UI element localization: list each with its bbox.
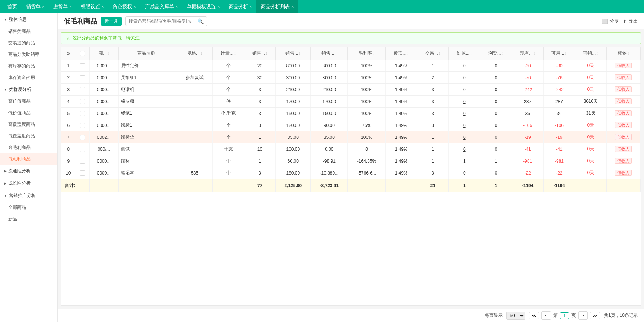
view1-link[interactable]: 1 bbox=[463, 159, 466, 164]
close-icon[interactable]: × bbox=[69, 4, 71, 9]
share-button[interactable]: ⬜ 分享 bbox=[602, 18, 619, 25]
col-spec[interactable]: 规格...↕ bbox=[177, 47, 212, 60]
sidebar-item-all-goods[interactable]: 全部商品 bbox=[0, 202, 57, 213]
next-page-button[interactable]: ＞ bbox=[578, 311, 588, 320]
cell-checkbox[interactable] bbox=[76, 131, 89, 143]
col-view1[interactable]: 浏览...↕ bbox=[449, 47, 480, 60]
cell-view1[interactable]: 0 bbox=[449, 72, 480, 84]
cell-view1[interactable]: 0 bbox=[449, 84, 480, 96]
per-page-select[interactable]: 50 100 200 bbox=[506, 312, 525, 320]
col-sales-amt[interactable]: 销售...↕ bbox=[276, 47, 311, 60]
col-sales-qty[interactable]: 销售...↕ bbox=[244, 47, 276, 60]
view1-link[interactable]: 0 bbox=[463, 87, 466, 92]
cell-view1[interactable]: 0 bbox=[449, 131, 480, 143]
settings-icon[interactable]: ⚙ bbox=[66, 51, 70, 56]
last-page-button[interactable]: ≫ bbox=[590, 312, 600, 319]
row-checkbox[interactable] bbox=[80, 75, 85, 80]
sidebar-item-stock-capital[interactable]: 库存资金占用 bbox=[0, 72, 57, 83]
cell-view1[interactable]: 0 bbox=[449, 119, 480, 131]
row-checkbox[interactable] bbox=[80, 87, 85, 92]
select-all-checkbox[interactable] bbox=[80, 51, 85, 56]
col-sales-profit[interactable]: 销售...↕ bbox=[311, 47, 348, 60]
cell-name[interactable]: 铅笔1 bbox=[118, 108, 177, 119]
cell-name[interactable]: 鼠标1 bbox=[118, 119, 177, 131]
cell-name[interactable]: 吴细细1 bbox=[118, 72, 177, 84]
view1-link[interactable]: 0 bbox=[463, 75, 466, 80]
prev-page-button[interactable]: ＜ bbox=[541, 311, 551, 320]
search-input[interactable] bbox=[129, 19, 196, 24]
cell-name[interactable]: 鼠标 bbox=[118, 155, 177, 167]
row-checkbox[interactable] bbox=[80, 123, 85, 128]
row-checkbox[interactable] bbox=[80, 135, 85, 140]
cell-checkbox[interactable] bbox=[76, 72, 89, 84]
cell-checkbox[interactable] bbox=[76, 167, 89, 179]
date-filter-button[interactable]: 近一月 bbox=[101, 17, 122, 26]
view1-link[interactable]: 0 bbox=[463, 135, 466, 140]
sidebar-item-low-coverage[interactable]: 低覆盖度商品 bbox=[0, 130, 57, 142]
sidebar-item-new-goods[interactable]: 新品 bbox=[0, 213, 57, 225]
col-trade[interactable]: 交易...↕ bbox=[417, 47, 449, 60]
cell-view1[interactable]: 0 bbox=[449, 143, 480, 155]
cell-checkbox[interactable] bbox=[76, 119, 89, 131]
cell-name[interactable]: 笔记本 bbox=[118, 167, 177, 179]
cell-checkbox[interactable] bbox=[76, 96, 89, 108]
first-page-button[interactable]: ≪ bbox=[529, 312, 539, 319]
nav-finished-goods[interactable]: 产成品入库单 × bbox=[141, 0, 182, 13]
sidebar-item-category-rate[interactable]: 商品分类助销率 bbox=[0, 49, 57, 60]
cell-view1[interactable]: 0 bbox=[449, 96, 480, 108]
row-checkbox[interactable] bbox=[80, 111, 85, 116]
sidebar-group-circulation[interactable]: ▶ 流通性分析 bbox=[0, 165, 57, 177]
cell-checkbox[interactable] bbox=[76, 108, 89, 119]
sidebar-group-marketing[interactable]: ▼ 营销推广分析 bbox=[0, 189, 57, 202]
close-icon[interactable]: × bbox=[176, 4, 178, 9]
sidebar-group-cluster[interactable]: ▼ 类群度分析 bbox=[0, 83, 57, 96]
col-code[interactable]: 商...↕ bbox=[89, 47, 118, 60]
cell-name[interactable]: 鼠标垫 bbox=[118, 131, 177, 143]
cell-name[interactable]: 电话机 bbox=[118, 84, 177, 96]
cell-name[interactable]: 属性定价 bbox=[118, 60, 177, 72]
view1-link[interactable]: 0 bbox=[463, 99, 466, 104]
nav-template-settings[interactable]: 单据模板设置 × bbox=[182, 0, 224, 13]
close-icon[interactable]: × bbox=[217, 4, 220, 9]
cell-checkbox[interactable] bbox=[76, 60, 89, 72]
row-checkbox[interactable] bbox=[80, 99, 85, 104]
close-icon[interactable]: × bbox=[134, 4, 136, 9]
col-name[interactable]: 商品名称↕ bbox=[118, 47, 177, 60]
search-box[interactable]: 🔍 bbox=[125, 16, 207, 26]
close-icon[interactable]: × bbox=[102, 4, 104, 9]
row-checkbox[interactable] bbox=[80, 170, 85, 176]
row-checkbox[interactable] bbox=[80, 147, 85, 152]
col-coverage[interactable]: 覆盖...↕ bbox=[385, 47, 417, 60]
search-icon[interactable]: 🔍 bbox=[197, 18, 204, 24]
col-tag[interactable]: 标签↕ bbox=[606, 47, 640, 60]
cell-view1[interactable]: 0 bbox=[449, 108, 480, 119]
cell-checkbox[interactable] bbox=[76, 84, 89, 96]
nav-product-analysis[interactable]: 商品分析 × bbox=[224, 0, 256, 13]
cell-view1[interactable]: 0 bbox=[449, 60, 480, 72]
view1-link[interactable]: 0 bbox=[463, 170, 466, 176]
col-unit[interactable]: 计量...↕ bbox=[212, 47, 244, 60]
nav-role-auth[interactable]: 角色授权 × bbox=[108, 0, 140, 13]
sidebar-item-high-coverage[interactable]: 高覆盖度商品 bbox=[0, 119, 57, 130]
view1-link[interactable]: 0 bbox=[463, 147, 466, 152]
sidebar-group-overall[interactable]: ▼ 整体信息 bbox=[0, 13, 57, 26]
sidebar-item-high-margin[interactable]: 高毛利商品 bbox=[0, 142, 57, 153]
col-saleable[interactable]: 可销...↕ bbox=[575, 47, 606, 60]
cell-checkbox[interactable] bbox=[76, 155, 89, 167]
cell-name[interactable]: 测试 bbox=[118, 143, 177, 155]
view1-link[interactable]: 0 bbox=[463, 63, 466, 68]
close-icon[interactable]: × bbox=[42, 4, 44, 9]
sidebar-item-sales-goods[interactable]: 销售类商品 bbox=[0, 26, 57, 37]
col-stock[interactable]: 现有...↕ bbox=[512, 47, 544, 60]
sidebar-item-low-margin[interactable]: 低毛利商品 bbox=[0, 153, 57, 165]
row-checkbox[interactable] bbox=[80, 159, 85, 164]
sidebar-item-low-value[interactable]: 低价值商品 bbox=[0, 107, 57, 119]
col-view2[interactable]: 浏览...↕ bbox=[480, 47, 512, 60]
view1-link[interactable]: 0 bbox=[463, 123, 466, 128]
col-usable[interactable]: 可用...↕ bbox=[544, 47, 575, 60]
export-button[interactable]: ⬆ 导出 bbox=[623, 18, 638, 25]
sidebar-item-high-value[interactable]: 高价值商品 bbox=[0, 96, 57, 107]
row-checkbox[interactable] bbox=[80, 63, 85, 68]
cell-checkbox[interactable] bbox=[76, 143, 89, 155]
view1-link[interactable]: 0 bbox=[463, 111, 466, 116]
